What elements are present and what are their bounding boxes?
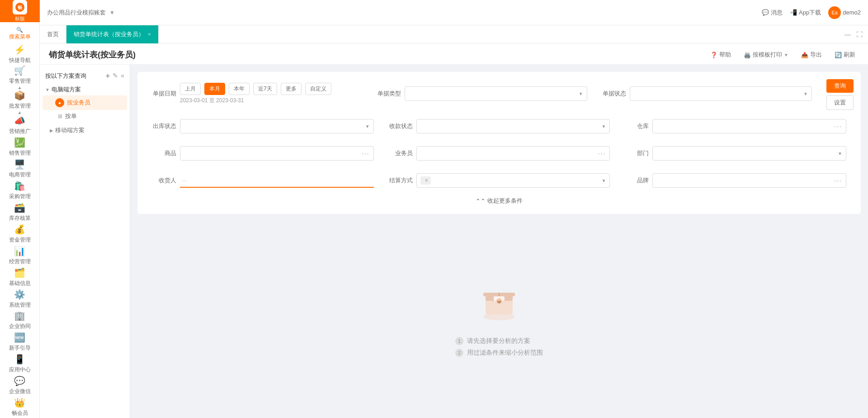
- sidebar-item-search[interactable]: 🔍 搜索菜单: [0, 22, 40, 43]
- filter-form: 单据日期 上月 本月 本年 近7天 更多 自定义: [137, 72, 861, 214]
- tab-sales-stats[interactable]: 销货单统计表（按业务员） ×: [66, 25, 159, 43]
- doc-type-select[interactable]: ▼: [405, 86, 587, 101]
- dept-filter-cell: 部门 ▼: [617, 142, 854, 164]
- tip-1-num: 1: [455, 337, 463, 345]
- tab-home-label: 首页: [47, 30, 59, 38]
- sidebar-item-quicknav[interactable]: ⚡ 快捷导航: [0, 43, 40, 65]
- export-icon: 📤: [801, 52, 808, 58]
- date-btn-7days[interactable]: 近7天: [253, 83, 277, 95]
- template-print-btn[interactable]: 🖨️ 按模板打印 ▼: [740, 49, 792, 61]
- app-logo[interactable]: 畅 标版: [0, 0, 40, 22]
- tab-minimize-icon[interactable]: —: [844, 31, 851, 38]
- tab-maximize-icon[interactable]: ⛶: [856, 31, 863, 38]
- byorder-label: 按单: [65, 112, 77, 120]
- date-filter-cell: 单据日期 上月 本月 本年 近7天 更多 自定义: [145, 79, 369, 108]
- sidebar-item-newbie[interactable]: 🆕 新手引导: [0, 331, 40, 353]
- warehouse-select[interactable]: ···: [652, 119, 846, 133]
- wechat-label: 企业微信: [9, 388, 31, 395]
- doc-status-label: 单据状态: [594, 90, 626, 98]
- settlement-select[interactable]: × ▼: [416, 173, 610, 188]
- user-profile[interactable]: Ea demo2: [828, 6, 861, 19]
- warehouse-filter-cell: 仓库 ···: [617, 115, 854, 137]
- mobile-arrow-icon: ▶: [50, 128, 53, 133]
- sidebar-item-wechat[interactable]: 💬 企业微信: [0, 375, 40, 396]
- sidebar-item-finance[interactable]: 💰 资金管理: [0, 223, 40, 245]
- breadcrumb-text: 办公用品行业模拟账套: [47, 9, 106, 17]
- settlement-clear-icon[interactable]: ×: [425, 177, 428, 184]
- goods-select[interactable]: ···: [180, 146, 374, 161]
- operation-label: 经营管理: [9, 258, 31, 266]
- marketing-icon: 📣: [14, 115, 25, 126]
- sidebar-item-inventory[interactable]: 🗃️ 库存核算: [0, 201, 40, 223]
- tab-home[interactable]: 首页: [40, 25, 66, 43]
- left-panel-header: 按以下方案查询 + ✎ «: [40, 70, 130, 84]
- settlement-label: 结算方式: [381, 176, 413, 185]
- query-btn[interactable]: 查询: [826, 79, 854, 93]
- logo-label: 标版: [15, 15, 25, 22]
- receiver-text-input[interactable]: ···: [180, 173, 374, 188]
- tab-right-icons: — ⛶: [844, 31, 868, 38]
- collect-status-label: 收款状态: [381, 122, 413, 130]
- date-btn-more[interactable]: 更多: [281, 83, 302, 95]
- desktop-scheme-group: ▼ 电脑端方案 ● 按业务员 ⊞ 按单: [40, 84, 130, 123]
- tab-sales-stats-label: 销货单统计表（按业务员）: [74, 30, 144, 38]
- template-print-label: 按模板打印: [753, 51, 782, 59]
- dept-select[interactable]: ▼: [652, 146, 846, 161]
- refresh-btn[interactable]: 🔄 刷新: [831, 49, 859, 61]
- sidebar-item-enterprise[interactable]: 🏢 企业协同: [0, 310, 40, 332]
- wechat-icon: 💬: [14, 375, 25, 386]
- sidebar-item-marketing[interactable]: 📣 营销推广: [0, 115, 40, 137]
- sidebar-item-member[interactable]: 👑 畅会员: [0, 396, 40, 418]
- tip-2-text: 用过滤条件来缩小分析范围: [467, 349, 543, 357]
- date-btn-thisyear[interactable]: 本年: [229, 83, 250, 95]
- sidebar-item-appstore[interactable]: 📱 应用中心: [0, 353, 40, 375]
- tab-close-icon[interactable]: ×: [148, 31, 151, 38]
- salesman-select[interactable]: ···: [416, 146, 610, 161]
- collect-status-arrow-icon: ▼: [601, 124, 606, 129]
- doc-status-select[interactable]: ▼: [630, 86, 812, 101]
- sidebar-item-wholesale[interactable]: 📦 批发管理 ▲: [0, 90, 40, 115]
- purchase-label: 采购管理: [9, 193, 31, 200]
- collapse-btn[interactable]: ⌃⌃ 收起更多条件: [476, 197, 523, 205]
- ecommerce-icon: 🖥️: [14, 159, 25, 170]
- out-status-arrow-icon: ▼: [365, 124, 370, 129]
- sidebar-item-retail[interactable]: 🛒 零售管理 ▲: [0, 65, 40, 90]
- refresh-icon: 🔄: [835, 52, 842, 58]
- date-btn-custom[interactable]: 自定义: [305, 83, 331, 95]
- sidebar-item-operation[interactable]: 📊 经营管理: [0, 245, 40, 266]
- export-btn[interactable]: 📤 导出: [797, 49, 826, 61]
- doc-type-filter-cell: 单据类型 ▼: [369, 79, 594, 108]
- newbie-label: 新手引导: [9, 344, 31, 352]
- edit-scheme-icon[interactable]: ✎: [113, 72, 118, 80]
- print-arrow-icon: ▼: [784, 52, 788, 57]
- brand-filter-cell: 品牌 ···: [617, 170, 854, 191]
- chevron-down-icon[interactable]: ▼: [109, 10, 115, 16]
- sidebar-item-system[interactable]: ⚙️ 系统管理: [0, 288, 40, 310]
- marketing-label: 营销推广: [9, 128, 31, 135]
- out-status-select[interactable]: ▼: [180, 119, 374, 133]
- desktop-group-title[interactable]: ▼ 电脑端方案: [40, 84, 130, 95]
- export-label: 导出: [810, 51, 822, 59]
- mobile-group-title[interactable]: ▶ 移动端方案: [40, 124, 130, 136]
- date-btn-thismonth[interactable]: 本月: [204, 83, 225, 95]
- collapse-panel-icon[interactable]: «: [121, 72, 124, 80]
- sidebar-item-basic[interactable]: 🗂️ 基础信息: [0, 266, 40, 288]
- date-btn-lastmonth[interactable]: 上月: [180, 83, 201, 95]
- appstore-label: 应用中心: [9, 366, 31, 374]
- receiver-filter-cell: 收货人 ···: [145, 170, 381, 191]
- sidebar-item-ecommerce[interactable]: 🖥️ 电商管理: [0, 158, 40, 180]
- sidebar-item-purchase[interactable]: 🛍️ 采购管理: [0, 180, 40, 201]
- message-btn[interactable]: 💬 消息: [762, 9, 783, 17]
- add-scheme-icon[interactable]: +: [106, 72, 110, 80]
- header-breadcrumb: 办公用品行业模拟账套 ▼: [47, 9, 115, 17]
- system-label: 系统管理: [9, 301, 31, 309]
- collapse-up-icon: ⌃⌃: [476, 198, 486, 204]
- collect-status-select[interactable]: ▼: [416, 119, 610, 133]
- brand-select[interactable]: ···: [652, 173, 846, 188]
- settings-btn[interactable]: 设置: [826, 95, 854, 110]
- app-download-btn[interactable]: 📲 App下载: [790, 9, 821, 17]
- sidebar-item-sales[interactable]: 💹 销售管理: [0, 136, 40, 158]
- scheme-item-byorder[interactable]: ⊞ 按单: [40, 110, 130, 123]
- scheme-item-salesman[interactable]: ● 按业务员: [42, 95, 127, 110]
- help-btn[interactable]: ❓ 帮助: [707, 49, 735, 61]
